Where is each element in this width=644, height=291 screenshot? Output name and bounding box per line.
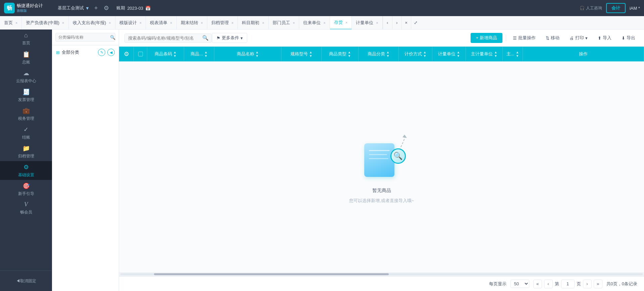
sort-icon[interactable]: ▲▼ (204, 51, 208, 58)
select-all-checkbox[interactable] (138, 52, 143, 56)
th-extra[interactable]: 主... ▲▼ (503, 47, 523, 61)
tab-balance[interactable]: 资产负债表(中期) × (22, 16, 68, 30)
sidebar-item-member[interactable]: V 畅会员 (0, 199, 52, 217)
sidebar-item-invoice[interactable]: 🧾 发票管理 (0, 86, 52, 105)
sidebar-item-settings[interactable]: ⚙ 基础设置 (0, 161, 52, 180)
logo-text: 畅捷通好会计 (17, 3, 43, 8)
th-checkbox[interactable] (134, 47, 147, 61)
tab-template[interactable]: 模版设计 × (115, 16, 146, 30)
kuaiji-button[interactable]: 会计 (606, 3, 626, 13)
tabs-close-all-button[interactable]: × (401, 16, 411, 30)
sidebar-item-close[interactable]: ✓ 结账 (0, 124, 52, 142)
th-settings[interactable]: ⚙ (119, 47, 134, 61)
sidebar-item-tax[interactable]: 💼 税务管理 (0, 105, 52, 124)
tab-subject[interactable]: 科目期初 × (238, 16, 268, 30)
more-filter-button[interactable]: ⚑ 更多条件 ▾ (212, 33, 247, 43)
tab-contacts[interactable]: 往来单位 × (299, 16, 330, 30)
page-prev-button[interactable]: ‹ (544, 280, 553, 288)
consulting-button[interactable]: 🎧 人工咨询 (580, 5, 602, 11)
tab-income[interactable]: 收入支出表(年报) × (69, 16, 115, 30)
tab-close-icon[interactable]: × (15, 21, 17, 25)
tab-close-icon[interactable]: × (201, 21, 203, 25)
tab-inventory[interactable]: 存货 × (330, 16, 352, 30)
tabs-bar: 首页 × 资产负债表(中期) × 收入支出表(年报) × 模版设计 × 税表清单… (0, 16, 644, 30)
collapse-panel-button[interactable]: ◀ (107, 49, 115, 56)
tab-period-close[interactable]: 期末结转 × (177, 16, 207, 30)
sort-icon[interactable]: ▲▼ (173, 51, 177, 58)
page-next-button[interactable]: › (583, 280, 592, 288)
sidebar-item-guide[interactable]: 🎯 新手引导 (0, 180, 52, 199)
sort-icon[interactable]: ▲▼ (457, 51, 460, 58)
tab-close-icon[interactable]: × (262, 21, 264, 25)
add-tab-button[interactable]: + (93, 3, 99, 13)
tab-dept[interactable]: 部门员工 × (269, 16, 299, 30)
left-panel-header: ⊞ 全部分类 ✎ ◀ (52, 45, 119, 59)
sidebar-item-cloud[interactable]: ☁ 云报表中心 (0, 67, 52, 86)
th-spec[interactable]: 规格型号 ▲▼ (281, 47, 322, 61)
th-category[interactable]: 商品分类 ▲▼ (359, 47, 399, 61)
tab-close-icon[interactable]: × (293, 21, 295, 25)
tab-close-icon[interactable]: × (376, 21, 378, 25)
add-goods-button[interactable]: + 新增商品 (471, 33, 502, 43)
print-button[interactable]: 🖨 打印 ▾ (566, 33, 591, 43)
gear-icon: ⚙ (23, 163, 29, 171)
company-selector[interactable]: 基层工会测试 ▼ (58, 5, 90, 11)
sort-icon[interactable]: ▲▼ (386, 51, 390, 58)
sort-icon[interactable]: ▲▼ (256, 51, 259, 58)
import-button[interactable]: ⬆ 导入 (594, 33, 615, 43)
th-price-method[interactable]: 计价方式 ▲▼ (399, 47, 432, 61)
ledger-icon: 📋 (22, 51, 30, 58)
sort-icon[interactable]: ▲▼ (423, 51, 427, 58)
tab-archive[interactable]: 归档管理 × (207, 16, 238, 30)
tab-close-icon[interactable]: × (140, 21, 142, 25)
empty-subtitle: 您可以选择新增,或者直接导入哦~ (349, 198, 414, 204)
sidebar-item-home[interactable]: ⌂ 首页 (0, 30, 52, 48)
tab-close-icon[interactable]: × (345, 20, 347, 25)
scroll-thumb[interactable] (154, 273, 389, 275)
tab-tax[interactable]: 税表清单 × (146, 16, 176, 30)
cancel-fixed-button[interactable]: ◀取消固定 (0, 275, 52, 287)
batch-action-button[interactable]: ☰ 批量操作 (509, 33, 539, 43)
tab-unit[interactable]: 计量单位 × (352, 16, 382, 30)
import-icon: ⬆ (598, 36, 601, 41)
sidebar-item-archive[interactable]: 📁 归档管理 (0, 142, 52, 161)
horizontal-scrollbar[interactable] (119, 272, 644, 276)
th-main-unit[interactable]: 主计量单位 ▲▼ (466, 47, 503, 61)
tab-close-icon[interactable]: × (231, 21, 233, 25)
page-last-button[interactable]: » (594, 280, 602, 288)
page-first-button[interactable]: « (533, 280, 542, 288)
filter-chevron-icon: ▾ (240, 36, 243, 41)
tabs-next-button[interactable]: › (392, 16, 401, 30)
move-button[interactable]: ⇅ 移动 (542, 33, 563, 43)
tab-close-icon[interactable]: × (170, 21, 172, 25)
tabs-prev-button[interactable]: ‹ (383, 16, 392, 30)
table-header: ⚙ 商品条码 ▲▼ 商品... ▲▼ (119, 47, 644, 61)
tab-close-icon[interactable]: × (323, 21, 325, 25)
goods-search-icon[interactable]: 🔍 (202, 35, 209, 41)
th-unit[interactable]: 计量单位 ▲▼ (432, 47, 466, 61)
sort-icon[interactable]: ▲▼ (494, 51, 497, 58)
sort-icon[interactable]: ▲▼ (348, 51, 351, 58)
category-search-input[interactable] (55, 33, 115, 42)
tab-close-icon[interactable]: × (62, 21, 64, 25)
settings-icon[interactable]: ⚙ (102, 3, 110, 13)
edit-category-button[interactable]: ✎ (98, 49, 105, 56)
category-search-icon[interactable]: 🔍 (110, 35, 115, 40)
th-barcode[interactable]: 商品条码 ▲▼ (147, 47, 184, 61)
sort-icon[interactable]: ▲▼ (516, 51, 519, 58)
sort-icon[interactable]: ▲▼ (309, 51, 313, 58)
th-name[interactable]: 商品名称 ▲▼ (214, 47, 281, 61)
page-number-input[interactable] (561, 280, 575, 288)
search-field-wrap: 🔍 (124, 34, 209, 43)
goods-search-input[interactable] (124, 34, 212, 43)
filter-icon: ⚑ (216, 36, 220, 41)
page-size-select[interactable]: 50 10 20 100 (511, 280, 529, 288)
calendar-icon[interactable]: 📅 (145, 6, 151, 11)
tab-close-icon[interactable]: × (109, 21, 111, 25)
tab-home[interactable]: 首页 × (0, 16, 22, 30)
export-button[interactable]: ⬇ 导出 (618, 33, 639, 43)
sidebar-item-ledger[interactable]: 📋 总账 (0, 48, 52, 67)
tabs-expand-button[interactable]: ⤢ (411, 16, 420, 30)
th-type[interactable]: 商品类型 ▲▼ (322, 47, 359, 61)
th-code[interactable]: 商品... ▲▼ (184, 47, 214, 61)
